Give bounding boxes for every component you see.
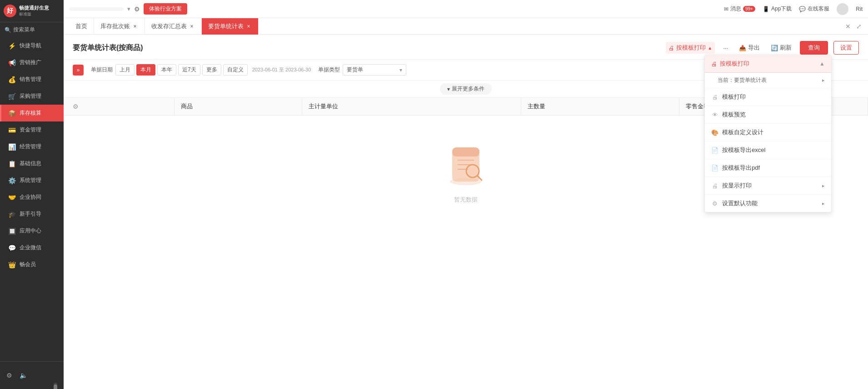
- dropdown-item-template-pdf[interactable]: 📄 按模板导出pdf: [705, 159, 831, 177]
- quick-nav-icon: ⚡: [8, 42, 16, 50]
- main-content: ▾ ⚙ 体验行业方案 ✉ 消息 99+ 📱 App下载 💬 在线客服 Rit 首…: [64, 0, 868, 389]
- type-select-arrow-icon: ▾: [399, 67, 402, 73]
- date-btn-last-month[interactable]: 上月: [115, 64, 135, 76]
- date-btn-more[interactable]: 更多: [202, 64, 221, 76]
- settings-button[interactable]: 设置: [833, 41, 859, 55]
- tab-receipt-summary-close[interactable]: ×: [189, 23, 195, 30]
- dropdown-item-template-design[interactable]: 🎨 模板自定义设计: [705, 124, 831, 141]
- settings-icon[interactable]: ⚙: [6, 372, 12, 379]
- topbar-gear-icon[interactable]: ⚙: [134, 5, 140, 13]
- svg-point-5: [468, 167, 477, 176]
- export-button[interactable]: 📤 导出: [736, 42, 763, 54]
- sidebar-item-label: 采购管理: [20, 92, 41, 100]
- tab-batch-account[interactable]: 库存批次账 ×: [94, 18, 145, 35]
- dropdown-current-item[interactable]: 当前：要货单统计表 ▸: [705, 73, 831, 88]
- dropdown-header-left: 🖨 按模板打印: [711, 60, 749, 68]
- print-chevron-icon: ▲: [708, 45, 712, 51]
- tab-receipt-summary[interactable]: 收发存汇总表 ×: [145, 18, 202, 35]
- sidebar-item-label: 应用中心: [20, 227, 41, 235]
- template-excel-icon: 📄: [711, 147, 718, 154]
- export-label: 导出: [748, 44, 760, 52]
- table-settings-icon[interactable]: ⚙: [73, 103, 79, 110]
- empty-text: 暂无数据: [454, 196, 478, 204]
- date-btn-custom[interactable]: 自定义: [223, 64, 248, 76]
- topbar-app-download[interactable]: 📱 App下载: [763, 5, 792, 13]
- sidebar-item-label: 快捷导航: [20, 42, 41, 50]
- sidebar-item-sales[interactable]: 💰 销售管理: [0, 71, 64, 88]
- sidebar-item-guide[interactable]: 🎓 新手引导: [0, 206, 64, 222]
- dropdown-item-template-preview[interactable]: 👁 模板预览: [705, 106, 831, 124]
- expand-more-button[interactable]: ▾ 展开更多条件: [440, 83, 492, 95]
- default-func-icon: ⚙: [711, 200, 718, 207]
- refresh-button[interactable]: 🔄 刷新: [768, 42, 794, 54]
- logo-text: 畅捷通好生意 标准版: [19, 5, 49, 17]
- topbar-search-box[interactable]: [69, 7, 124, 11]
- query-button[interactable]: 查询: [800, 41, 828, 55]
- filter-type-group: 单据类型 要货单 ▾: [318, 64, 406, 76]
- sidebar-item-finance[interactable]: 💳 资金管理: [0, 121, 64, 138]
- app-badge: 标准版: [19, 11, 49, 17]
- sidebar-item-member[interactable]: 👑 畅会员: [0, 256, 64, 273]
- topbar-message[interactable]: ✉ 消息 99+: [724, 5, 755, 13]
- dropdown-item-template-excel[interactable]: 📄 按模板导出excel: [705, 141, 831, 159]
- tab-bar: 首页 库存批次账 × 收发存汇总表 × 要货单统计表 × ✕ ⤢: [64, 18, 868, 35]
- dropdown-item-template-print[interactable]: 🖨 模板打印: [705, 88, 831, 106]
- sidebar-item-quick-nav[interactable]: ⚡ 快捷导航: [0, 37, 64, 54]
- dropdown-item-left-2: ⚙ 设置默认功能: [711, 199, 758, 207]
- sidebar-item-enterprise[interactable]: 🤝 企业协同: [0, 189, 64, 206]
- export-icon: 📤: [739, 45, 746, 51]
- sales-icon: 💰: [8, 76, 16, 83]
- table-col-goods-label: 商品: [181, 103, 193, 110]
- sidebar-item-basic[interactable]: 📋 基础信息: [0, 155, 64, 172]
- trial-button[interactable]: 体验行业方案: [144, 3, 187, 15]
- username-label[interactable]: Rit: [856, 6, 863, 12]
- apps-icon: 🔲: [8, 227, 16, 235]
- tab-home[interactable]: 首页: [69, 18, 94, 35]
- dropdown-item-display-print[interactable]: 🖨 按显示打印 ▸: [705, 177, 831, 195]
- inventory-icon: 📦: [8, 110, 16, 117]
- sidebar-item-label: 库存核算: [20, 109, 41, 117]
- date-buttons: 上月 本月 本年 近7天 更多 自定义: [115, 64, 248, 76]
- filter-expand-icon[interactable]: »: [73, 65, 84, 76]
- user-avatar[interactable]: [837, 3, 848, 15]
- type-filter-label: 单据类型: [318, 66, 340, 74]
- sidebar-item-purchase[interactable]: 🛒 采购管理: [0, 88, 64, 105]
- sidebar-item-marketing[interactable]: 📢 营销推广: [0, 54, 64, 71]
- topbar-online-service[interactable]: 💬 在线客服: [799, 5, 829, 13]
- sidebar: 好 畅捷通好生意 标准版 🔍 搜索菜单 ⚡ 快捷导航 📢 营销推广 💰 销售管理…: [0, 0, 64, 389]
- topbar-chevron-icon[interactable]: ▾: [127, 5, 130, 12]
- dropdown-collapse-icon[interactable]: ▲: [819, 61, 825, 67]
- type-filter-select[interactable]: 要货单 ▾: [343, 64, 406, 76]
- sidebar-item-apps[interactable]: 🔲 应用中心: [0, 222, 64, 239]
- date-btn-this-month[interactable]: 本月: [136, 64, 155, 76]
- sidebar-item-label: 营销推广: [20, 59, 41, 66]
- dropdown-item-default-func[interactable]: ⚙ 设置默认功能 ▸: [705, 195, 831, 212]
- dropdown-item-label: 按模板导出excel: [722, 146, 765, 154]
- date-range-text: 2023-06-01 至 2023-06-30: [252, 66, 311, 73]
- print-dropdown-panel: 🖨 按模板打印 ▲ 当前：要货单统计表 ▸ 🖨 模板打印 👁: [704, 55, 832, 212]
- dropdown-header: 🖨 按模板打印 ▲: [705, 55, 831, 73]
- sidebar-item-system[interactable]: ⚙️ 系统管理: [0, 172, 64, 189]
- sidebar-item-wechat[interactable]: 💬 企业微信: [0, 239, 64, 256]
- audio-icon[interactable]: 🔈: [20, 372, 27, 379]
- sidebar-item-inventory[interactable]: 📦 库存核算: [0, 105, 64, 121]
- tab-order-stats-close[interactable]: ×: [245, 23, 252, 30]
- sidebar-search-item[interactable]: 🔍 搜索菜单: [0, 22, 64, 37]
- date-btn-this-year[interactable]: 本年: [157, 64, 176, 76]
- empty-icon: [439, 143, 493, 188]
- logo-icon: 好: [4, 5, 16, 17]
- template-print-icon: 🖨: [711, 94, 718, 101]
- close-window-icon[interactable]: ✕: [844, 23, 852, 30]
- printer-icon: 🖨: [668, 45, 674, 51]
- more-actions-button[interactable]: ···: [720, 43, 731, 53]
- tab-batch-account-close[interactable]: ×: [132, 23, 138, 30]
- message-label: 消息: [730, 5, 741, 13]
- type-select-value: 要货单: [347, 66, 363, 74]
- operations-icon: 📊: [8, 143, 16, 151]
- tab-order-stats[interactable]: 要货单统计表 ×: [202, 18, 259, 35]
- date-btn-last-7-days[interactable]: 近7天: [178, 64, 200, 76]
- maximize-window-icon[interactable]: ⤢: [855, 23, 863, 30]
- sidebar-item-operations[interactable]: 📊 经营管理: [0, 138, 64, 155]
- print-template-button[interactable]: 🖨 按模板打印 ▲: [666, 42, 715, 54]
- purchase-icon: 🛒: [8, 93, 16, 100]
